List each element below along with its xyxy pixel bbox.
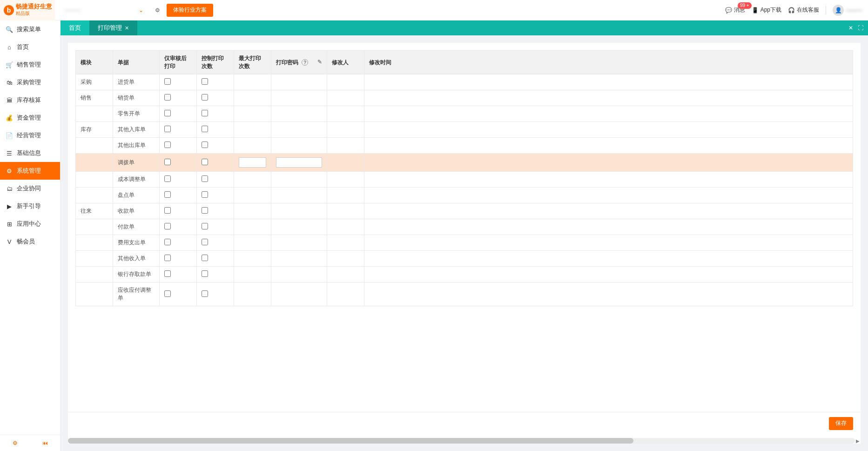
checkbox[interactable]	[164, 223, 171, 229]
logo[interactable]: b 畅捷通好生意 精品版	[0, 0, 55, 20]
content-wrap: 模块 单据 仅审核后打印 控制打印次数 最大打印次数 打印密码 ? ✎ 修改人	[61, 35, 868, 451]
sidebar-item-5[interactable]: 💰资金管理	[0, 109, 60, 127]
checkbox[interactable]	[164, 255, 171, 261]
checkbox[interactable]	[164, 175, 171, 182]
sidebar-item-8[interactable]: ⚙系统管理	[0, 162, 60, 180]
sidebar-collapse-icon[interactable]: ⏮	[42, 440, 48, 446]
industry-solution-button[interactable]: 体验行业方案	[167, 4, 213, 17]
sidebar-item-10[interactable]: ▶新手引导	[0, 197, 60, 215]
checkbox[interactable]	[202, 270, 208, 277]
checkbox[interactable]	[164, 239, 171, 245]
app-download-label: App下载	[760, 6, 781, 14]
tenant-select[interactable]: ——— ⌄	[60, 4, 148, 17]
fullscreen-icon[interactable]: ⛶	[858, 25, 863, 31]
sidebar-item-label: 企业协同	[17, 184, 41, 193]
sidebar-item-6[interactable]: 📄经营管理	[0, 127, 60, 144]
checkbox[interactable]	[164, 78, 171, 85]
sidebar-item-icon: 🛍	[6, 79, 13, 86]
print-pwd-input[interactable]	[276, 157, 322, 168]
save-button[interactable]: 保存	[829, 417, 853, 430]
checkbox[interactable]	[202, 126, 208, 132]
cell-modify-time	[364, 188, 853, 203]
checkbox[interactable]	[202, 159, 208, 165]
checkbox[interactable]	[164, 141, 171, 148]
cell-module	[76, 154, 113, 172]
checkbox[interactable]	[164, 207, 171, 214]
sidebar-item-12[interactable]: V畅会员	[0, 233, 60, 250]
table-row: 费用支出单	[76, 235, 853, 251]
scroll-right-arrow-icon[interactable]: ▶	[855, 438, 861, 444]
cell-limit-count	[197, 172, 234, 188]
tabbar-right: ✕ ⛶	[848, 20, 868, 35]
sidebar-item-label: 系统管理	[17, 167, 41, 175]
sidebar-item-4[interactable]: 🏛库存核算	[0, 91, 60, 109]
checkbox[interactable]	[202, 290, 208, 297]
checkbox[interactable]	[202, 255, 208, 261]
cell-audit-only	[160, 188, 197, 203]
checkbox[interactable]	[202, 175, 208, 182]
sidebar-item-9[interactable]: 🗂企业协同	[0, 180, 60, 197]
cell-print-pwd	[271, 172, 327, 188]
cell-module	[76, 251, 113, 267]
cell-modifier	[327, 106, 364, 122]
cell-modify-time	[364, 90, 853, 106]
checkbox[interactable]	[202, 239, 208, 245]
tab-home[interactable]: 首页	[61, 20, 89, 35]
checkbox[interactable]	[202, 78, 208, 85]
tab-close-all-icon[interactable]: ✕	[848, 25, 853, 31]
cell-audit-only	[160, 138, 197, 154]
checkbox[interactable]	[164, 126, 171, 132]
sidebar-item-icon: ⊞	[6, 221, 13, 228]
tab-print-management[interactable]: 打印管理 ✕	[89, 20, 137, 35]
settings-gear-button[interactable]: ⚙	[151, 4, 164, 17]
user-menu[interactable]: 👤 ———	[833, 5, 862, 16]
cell-audit-only	[160, 251, 197, 267]
sidebar-item-2[interactable]: 🛒销售管理	[0, 56, 60, 74]
table-row: 付款单	[76, 219, 853, 235]
checkbox[interactable]	[164, 110, 171, 116]
edit-icon[interactable]: ✎	[317, 59, 322, 65]
col-print-pwd-label: 打印密码	[276, 59, 298, 66]
cell-limit-count	[197, 138, 234, 154]
checkbox[interactable]	[202, 191, 208, 198]
checkbox[interactable]	[202, 223, 208, 229]
sidebar-item-3[interactable]: 🛍采购管理	[0, 74, 60, 91]
sidebar-item-0[interactable]: 🔍搜索菜单	[0, 20, 60, 38]
horizontal-scrollbar-thumb[interactable]	[68, 438, 633, 444]
cell-limit-count	[197, 106, 234, 122]
sidebar-item-1[interactable]: ⌂首页	[0, 38, 60, 56]
cell-bill: 零售开单	[113, 106, 160, 122]
checkbox[interactable]	[202, 141, 208, 148]
close-icon[interactable]: ✕	[125, 25, 129, 31]
max-count-input[interactable]	[239, 157, 266, 168]
sidebar-settings-icon[interactable]: ⚙	[13, 440, 18, 446]
cell-modify-time	[364, 235, 853, 251]
checkbox[interactable]	[202, 110, 208, 116]
checkbox[interactable]	[164, 191, 171, 198]
messages-button[interactable]: 💬 消息 99 +	[725, 6, 745, 14]
help-icon[interactable]: ?	[302, 59, 308, 66]
checkbox[interactable]	[202, 94, 208, 101]
cell-audit-only	[160, 219, 197, 235]
checkbox[interactable]	[164, 159, 171, 165]
cell-modifier	[327, 267, 364, 283]
table-row: 库存其他入库单	[76, 122, 853, 138]
table-row: 银行存取款单	[76, 267, 853, 283]
cell-audit-only	[160, 235, 197, 251]
cell-modifier	[327, 283, 364, 306]
checkbox[interactable]	[164, 270, 171, 277]
online-service-button[interactable]: 🎧 在线客服	[788, 6, 819, 14]
checkbox[interactable]	[202, 207, 208, 214]
sidebar-item-11[interactable]: ⊞应用中心	[0, 215, 60, 233]
sidebar-item-label: 基础信息	[17, 149, 41, 157]
tabbar: 首页 打印管理 ✕ ✕ ⛶	[61, 20, 868, 35]
cell-modifier	[327, 138, 364, 154]
cell-max-count	[234, 154, 271, 172]
checkbox[interactable]	[164, 94, 171, 101]
sidebar-item-label: 资金管理	[17, 114, 41, 122]
sidebar-item-7[interactable]: ☰基础信息	[0, 144, 60, 162]
checkbox[interactable]	[164, 290, 171, 297]
sidebar-item-icon: ☰	[6, 150, 13, 157]
app-download-button[interactable]: 📱 App下载	[752, 6, 781, 14]
cell-module	[76, 267, 113, 283]
